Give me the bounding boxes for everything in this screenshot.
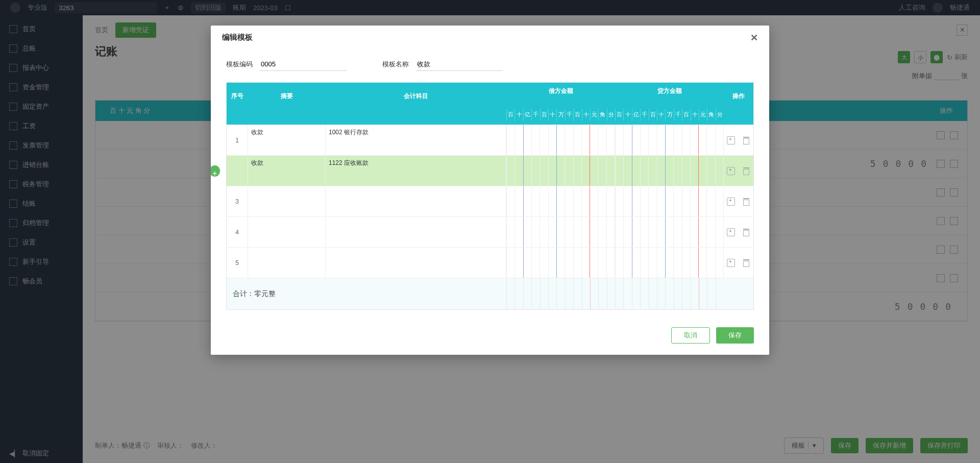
template-code-input[interactable]: [260, 58, 347, 71]
th-seq: 序号: [227, 83, 248, 105]
th-credit: 贷方金额: [615, 83, 724, 105]
credit-units: 百十亿千百十万千百十元角分: [615, 105, 724, 125]
cancel-button[interactable]: 取消: [671, 327, 710, 344]
row-account[interactable]: [326, 217, 506, 247]
debit-cells[interactable]: [506, 125, 615, 155]
row-summary[interactable]: [248, 248, 326, 278]
row-seq: 4: [227, 217, 248, 247]
close-icon[interactable]: ✕: [750, 33, 758, 42]
debit-cells[interactable]: [506, 217, 615, 247]
credit-cells[interactable]: [615, 156, 724, 186]
add-row-icon[interactable]: +: [211, 165, 220, 177]
template-name-input[interactable]: [416, 58, 503, 71]
th-debit: 借方金额: [506, 83, 615, 105]
debit-cells[interactable]: [506, 156, 615, 186]
template-code-label: 模板编码: [226, 60, 253, 69]
template-table: 序号 摘要 会计科目 借方金额 贷方金额 操作 百十亿千百十万千百十元角分 百十…: [226, 82, 754, 310]
credit-cells[interactable]: [615, 125, 724, 155]
row-account[interactable]: 1122 应收账款: [326, 156, 506, 186]
copy-row-icon[interactable]: [727, 167, 735, 175]
copy-row-icon[interactable]: [727, 228, 735, 236]
modal-overlay: 编辑模板 ✕ 模板编码 模板名称 序号 摘要 会计科目 借方金额: [0, 0, 980, 463]
row-seq: 1: [227, 125, 248, 155]
delete-row-icon[interactable]: [742, 167, 750, 175]
total-label: 合计：零元整: [227, 289, 506, 299]
row-account[interactable]: [326, 248, 506, 278]
th-account: 会计科目: [326, 83, 506, 105]
template-name-label: 模板名称: [382, 60, 409, 69]
edit-template-modal: 编辑模板 ✕ 模板编码 模板名称 序号 摘要 会计科目 借方金额: [211, 26, 769, 355]
template-row[interactable]: 3: [227, 186, 753, 216]
template-row[interactable]: 5: [227, 247, 753, 278]
credit-cells[interactable]: [615, 217, 724, 247]
row-summary[interactable]: 收款: [248, 125, 326, 155]
delete-row-icon[interactable]: [742, 136, 750, 144]
template-row[interactable]: 1收款1002 银行存款: [227, 125, 753, 155]
row-summary[interactable]: [248, 217, 326, 247]
copy-row-icon[interactable]: [727, 259, 735, 267]
template-row[interactable]: 4: [227, 216, 753, 247]
th-op: 操作: [724, 83, 753, 105]
credit-cells[interactable]: [615, 248, 724, 278]
delete-row-icon[interactable]: [742, 198, 750, 206]
copy-row-icon[interactable]: [727, 136, 735, 144]
copy-row-icon[interactable]: [727, 198, 735, 206]
template-row[interactable]: +收款1122 应收账款: [227, 155, 753, 186]
debit-units: 百十亿千百十万千百十元角分: [506, 105, 615, 125]
debit-cells[interactable]: [506, 186, 615, 216]
save-button[interactable]: 保存: [716, 327, 754, 344]
row-seq: 3: [227, 186, 248, 216]
row-summary[interactable]: [248, 186, 326, 216]
th-summary: 摘要: [248, 83, 326, 105]
row-account[interactable]: [326, 186, 506, 216]
modal-title: 编辑模板: [222, 33, 253, 42]
row-seq: 5: [227, 248, 248, 278]
row-seq: [227, 156, 248, 186]
total-row: 合计：零元整: [227, 278, 753, 309]
row-account[interactable]: 1002 银行存款: [326, 125, 506, 155]
delete-row-icon[interactable]: [742, 228, 750, 236]
debit-cells[interactable]: [506, 248, 615, 278]
delete-row-icon[interactable]: [742, 259, 750, 267]
credit-cells[interactable]: [615, 186, 724, 216]
row-summary[interactable]: 收款: [248, 156, 326, 186]
